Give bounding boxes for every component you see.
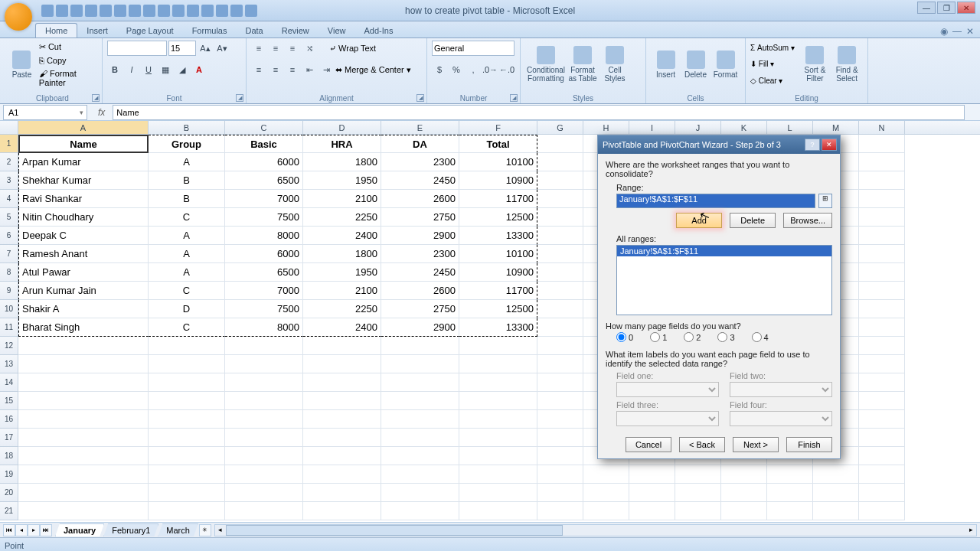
border-button[interactable]: ▦ (158, 63, 173, 77)
cell[interactable]: D (149, 300, 225, 318)
cell[interactable]: Ramesh Anant (18, 245, 149, 263)
cell[interactable]: 2250 (303, 208, 381, 227)
row-header[interactable]: 16 (0, 410, 18, 429)
cell[interactable] (767, 484, 813, 502)
field-select[interactable] (616, 382, 719, 397)
cell[interactable] (381, 502, 459, 520)
cell[interactable] (721, 502, 767, 520)
cell[interactable]: 7500 (225, 208, 303, 227)
office-button[interactable] (5, 3, 32, 31)
cell[interactable]: 2450 (381, 171, 459, 190)
cell[interactable] (859, 282, 905, 300)
column-header[interactable]: G (537, 121, 583, 134)
decrease-decimal-button[interactable]: ←.0 (499, 63, 514, 77)
all-ranges-listbox[interactable]: January!$A$1:$F$11 (616, 245, 832, 315)
cell[interactable] (149, 484, 225, 502)
copy-button[interactable]: ⎘ Copy (39, 56, 97, 65)
row-header[interactable]: 15 (0, 392, 18, 410)
cell[interactable] (859, 373, 905, 392)
cell[interactable]: 2900 (381, 227, 459, 245)
conditional-formatting-button[interactable]: Conditional Formatting (525, 40, 567, 89)
group-launcher-icon[interactable]: ◢ (236, 94, 243, 102)
bold-button[interactable]: B (107, 63, 122, 77)
page-field-radio[interactable]: 1 (650, 332, 667, 342)
cell[interactable] (381, 429, 459, 447)
row-header[interactable]: 18 (0, 447, 18, 465)
cell[interactable] (537, 282, 583, 300)
cell[interactable] (859, 227, 905, 245)
page-field-radio[interactable]: 2 (684, 332, 701, 342)
range-picker-icon[interactable]: ⊞ (818, 194, 832, 208)
percent-button[interactable]: % (449, 63, 464, 77)
page-field-radio[interactable]: 4 (752, 332, 769, 342)
cell[interactable]: Group (149, 135, 225, 153)
cell[interactable] (537, 190, 583, 208)
cell[interactable]: 10100 (459, 245, 537, 263)
range-list-item[interactable]: January!$A$1:$F$11 (617, 246, 831, 256)
cell[interactable]: 12500 (459, 300, 537, 318)
cell[interactable] (767, 465, 813, 484)
group-launcher-icon[interactable]: ◢ (416, 94, 424, 102)
row-header[interactable]: 19 (0, 465, 18, 484)
cell[interactable] (225, 447, 303, 465)
shrink-font-button[interactable]: A▾ (214, 41, 230, 55)
tab-first-button[interactable]: ⏮ (3, 524, 15, 536)
field-select[interactable] (730, 411, 832, 426)
cell[interactable]: 6000 (225, 245, 303, 263)
cell[interactable] (225, 373, 303, 392)
qat-btn[interactable] (85, 5, 97, 17)
cell[interactable] (859, 502, 905, 520)
cell[interactable]: Bharat Singh (18, 318, 149, 337)
cell[interactable]: 2400 (303, 227, 381, 245)
cell[interactable] (537, 337, 583, 355)
column-header[interactable]: N (859, 121, 905, 134)
cell[interactable]: Arpan Kumar (18, 153, 149, 171)
ribbon-tab-review[interactable]: Review (273, 24, 318, 37)
browse-button[interactable]: Browse... (783, 213, 832, 228)
cell[interactable]: 11700 (459, 190, 537, 208)
insert-cells-button[interactable]: Insert (651, 40, 681, 89)
cell[interactable] (537, 484, 583, 502)
cell[interactable] (859, 171, 905, 190)
cell[interactable] (537, 355, 583, 373)
cell[interactable] (859, 337, 905, 355)
cell[interactable]: 8000 (225, 318, 303, 337)
clear-button[interactable]: ◇ Clear ▾ (750, 77, 799, 85)
fx-icon[interactable]: fx (98, 107, 105, 118)
cell[interactable] (303, 337, 381, 355)
ribbon-tab-data[interactable]: Data (236, 24, 272, 37)
comma-button[interactable]: , (466, 63, 481, 77)
cell[interactable] (459, 373, 537, 392)
row-header[interactable]: 11 (0, 318, 18, 337)
cell[interactable] (18, 337, 149, 355)
cell[interactable]: 8000 (225, 227, 303, 245)
cell[interactable] (303, 429, 381, 447)
decrease-indent-button[interactable]: ⇤ (302, 63, 317, 77)
page-field-radio[interactable]: 0 (616, 332, 633, 342)
cell[interactable] (225, 392, 303, 410)
cell[interactable] (381, 410, 459, 429)
cell[interactable] (18, 373, 149, 392)
row-header[interactable]: 17 (0, 429, 18, 447)
ribbon-tab-insert[interactable]: Insert (77, 24, 117, 37)
cell[interactable] (225, 355, 303, 373)
cell[interactable] (225, 429, 303, 447)
cell[interactable] (18, 410, 149, 429)
qat-btn[interactable] (143, 5, 155, 17)
column-header[interactable]: D (303, 121, 381, 134)
ribbon-tab-page-layout[interactable]: Page Layout (117, 24, 183, 37)
cell[interactable]: 1800 (303, 153, 381, 171)
column-header[interactable]: F (459, 121, 537, 134)
name-box[interactable]: A1 (3, 105, 87, 120)
cell[interactable] (859, 208, 905, 227)
cell[interactable] (459, 429, 537, 447)
cell[interactable] (149, 502, 225, 520)
cell[interactable] (537, 227, 583, 245)
cell[interactable]: C (149, 282, 225, 300)
cell[interactable]: 13300 (459, 227, 537, 245)
cell[interactable] (149, 465, 225, 484)
cell[interactable] (18, 447, 149, 465)
next-button[interactable]: Next > (733, 437, 779, 452)
cell[interactable]: 12500 (459, 208, 537, 227)
close-button[interactable]: ✕ (957, 2, 975, 14)
